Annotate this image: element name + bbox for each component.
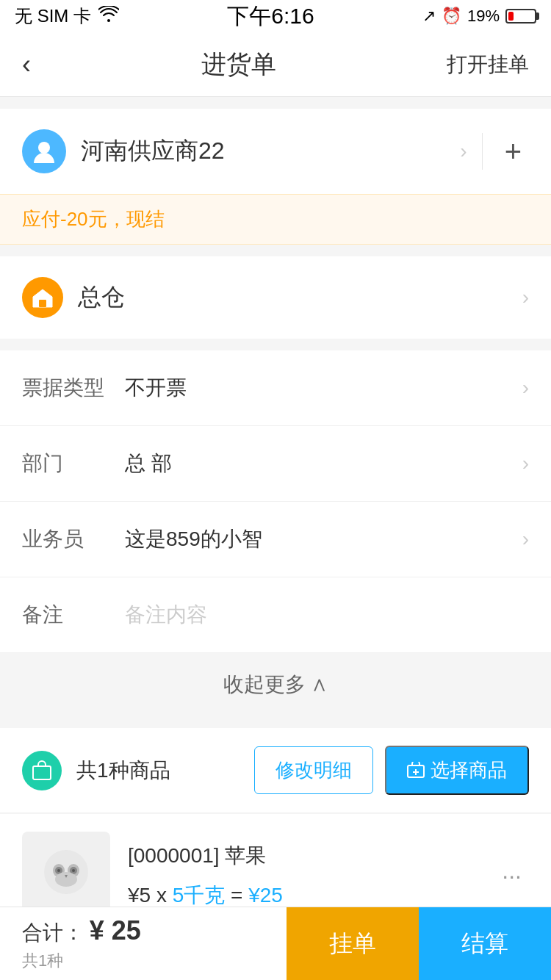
total-row: 合计： ¥ 25: [22, 915, 264, 947]
top-divider: [0, 97, 551, 109]
product-price: ¥5 x 5千克 = ¥25: [128, 882, 494, 909]
svg-point-11: [57, 869, 60, 872]
invoice-chevron-icon: ›: [522, 376, 529, 400]
salesman-value: 这是859的小智: [125, 525, 515, 553]
form-row-note[interactable]: 备注 备注内容: [0, 577, 551, 653]
product-info: [0000001] 苹果 ¥5 x 5千克 = ¥25: [128, 842, 494, 909]
supplier-avatar: [22, 129, 66, 173]
note-label: 备注: [22, 601, 125, 629]
unit-price: ¥5: [128, 884, 151, 907]
hang-button[interactable]: 挂单: [287, 907, 419, 980]
total-count: 共1种: [22, 950, 264, 972]
svg-point-12: [72, 869, 75, 872]
vertical-divider: [482, 133, 483, 170]
total-label: 合计：: [22, 921, 84, 944]
collapse-label: 收起更多 ∧: [223, 673, 328, 696]
invoice-label: 票据类型: [22, 374, 125, 402]
collapse-row[interactable]: 收起更多 ∧: [0, 653, 551, 716]
equals-sign: =: [231, 884, 248, 907]
section-divider-1: [0, 245, 551, 256]
status-bar: 无 SIM 卡 下午6:16 ↗ ⏰ 19%: [0, 0, 551, 32]
products-header: 共1种商品 修改明细 选择商品: [0, 728, 551, 813]
nav-bar: ‹ 进货单 打开挂单: [0, 32, 551, 97]
wifi-icon: [98, 6, 119, 26]
salesman-chevron-icon: ›: [522, 527, 529, 551]
status-left: 无 SIM 卡: [15, 4, 119, 28]
open-hang-button[interactable]: 打开挂单: [447, 51, 529, 79]
form-card: 票据类型 不开票 › 部门 总 部 › 业务员 这是859的小智 › 备注 备注…: [0, 350, 551, 653]
svg-rect-2: [33, 766, 51, 779]
warehouse-row[interactable]: 总仓 ›: [0, 256, 551, 339]
status-time: 下午6:16: [227, 1, 314, 32]
product-name: [0000001] 苹果: [128, 842, 494, 870]
section-divider-2: [0, 339, 551, 350]
select-product-label: 选择商品: [431, 757, 507, 783]
svg-point-13: [55, 872, 77, 887]
invoice-value: 不开票: [125, 374, 515, 402]
alarm-icon: ⏰: [442, 7, 461, 26]
warehouse-icon: [22, 277, 63, 318]
product-code: [0000001]: [128, 844, 220, 867]
battery-icon: [505, 9, 536, 24]
department-value: 总 部: [125, 450, 515, 478]
warehouse-chevron-icon: ›: [522, 286, 529, 309]
status-right: ↗ ⏰ 19%: [422, 7, 536, 26]
info-banner: 应付-20元，现结: [0, 194, 551, 245]
section-divider-3: [0, 716, 551, 728]
product-title: 苹果: [225, 844, 266, 867]
select-product-button[interactable]: 选择商品: [385, 746, 529, 795]
product-owl-icon: [40, 846, 92, 905]
supplier-chevron-icon: ›: [460, 140, 467, 163]
back-button[interactable]: ‹: [22, 49, 31, 80]
svg-rect-1: [39, 300, 46, 307]
supplier-name: 河南供应商22: [81, 135, 453, 167]
product-more-button[interactable]: ···: [494, 862, 529, 890]
total-amount: ¥ 25: [90, 915, 141, 945]
supplier-card: 河南供应商22 › + 应付-20元，现结: [0, 109, 551, 245]
department-chevron-icon: ›: [522, 452, 529, 475]
price-separator: x: [156, 884, 173, 907]
note-placeholder[interactable]: 备注内容: [125, 601, 529, 629]
battery-percent: 19%: [467, 7, 500, 26]
qty-label: 5千克: [173, 884, 226, 907]
location-icon: ↗: [422, 7, 436, 26]
add-button[interactable]: +: [497, 135, 529, 168]
checkout-button[interactable]: 结算: [419, 907, 551, 980]
form-row-salesman[interactable]: 业务员 这是859的小智 ›: [0, 502, 551, 577]
total-price: ¥25: [248, 884, 283, 907]
total-area: 合计： ¥ 25 共1种: [0, 907, 287, 980]
edit-detail-button[interactable]: 修改明细: [254, 746, 373, 794]
page-title: 进货单: [201, 48, 276, 82]
products-icon: [22, 751, 62, 790]
warehouse-name: 总仓: [78, 281, 515, 314]
carrier-label: 无 SIM 卡: [15, 4, 91, 28]
department-label: 部门: [22, 450, 125, 478]
bottom-bar: 合计： ¥ 25 共1种 挂单 结算: [0, 907, 551, 980]
form-row-department[interactable]: 部门 总 部 ›: [0, 426, 551, 502]
products-count: 共1种商品: [76, 757, 254, 785]
svg-point-0: [38, 142, 50, 154]
form-row-invoice[interactable]: 票据类型 不开票 ›: [0, 350, 551, 426]
salesman-label: 业务员: [22, 525, 125, 553]
supplier-row[interactable]: 河南供应商22 › +: [0, 109, 551, 194]
